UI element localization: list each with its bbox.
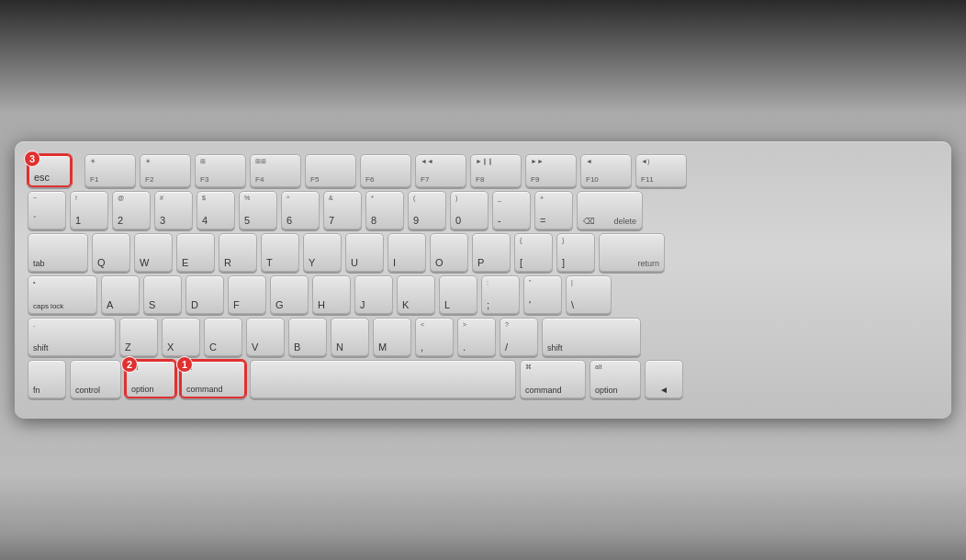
slash-key[interactable]: ? / [500,318,538,356]
option-right-key[interactable]: alt option [590,360,641,398]
i-key[interactable]: I [388,233,426,272]
f1-key[interactable]: ☀ F1 [84,154,136,187]
f7-label: F7 [421,176,429,184]
f10-key[interactable]: ◄ F10 [580,154,632,187]
shift-left-key[interactable]: shift - [28,318,116,356]
0-label: 0 [455,216,461,226]
t-key[interactable]: T [261,233,299,272]
v-key[interactable]: V [246,318,285,356]
minus-key[interactable]: _ - [492,191,531,230]
q-label: Q [97,258,106,268]
n-key[interactable]: N [331,318,369,356]
r-key[interactable]: R [219,233,257,272]
8-key[interactable]: * 8 [365,191,404,230]
quote-key[interactable]: " ' [523,275,562,314]
dollar-label: $ [202,195,206,201]
option-left-key[interactable]: 2 alt option [125,360,176,398]
m-key[interactable]: M [373,318,411,356]
y-key[interactable]: Y [303,233,342,272]
esc-key[interactable]: 3 esc [28,154,72,187]
f-key[interactable]: F [228,275,266,314]
caps-label: caps lock [33,303,63,310]
caps-lock-key[interactable]: • caps lock [28,275,97,314]
f9-label: F9 [531,176,539,184]
arrow-left-key[interactable]: ◄ [645,360,683,398]
k-label: K [402,300,409,310]
delete-key[interactable]: ⌫ delete [577,191,643,230]
z-key[interactable]: Z [119,318,158,356]
equals-key[interactable]: + = [534,191,573,230]
semicolon-key[interactable]: : ; [481,275,520,314]
bottom-row: fn control 2 alt option 1 ⌘ command ⌘ co… [28,360,938,398]
o-key[interactable]: O [430,233,468,272]
w-label: W [140,258,149,268]
l-key[interactable]: L [439,275,477,314]
f5-label: F5 [310,176,319,184]
rbracket-key[interactable]: } ] [556,233,595,272]
v-label: V [252,342,258,353]
c-key[interactable]: C [204,318,242,356]
control-key[interactable]: control [70,360,121,398]
4-key[interactable]: $ 4 [197,191,235,230]
x-key[interactable]: X [162,318,200,356]
equals-label: = [540,216,545,226]
tilde-key[interactable]: ~ ` [28,191,66,230]
u-key[interactable]: U [345,233,384,272]
h-key[interactable]: H [312,275,351,314]
f4-key[interactable]: ⊞⊞ F4 [250,154,301,187]
n-label: N [336,342,343,353]
a-key[interactable]: A [101,275,140,314]
command-right-key[interactable]: ⌘ command [520,360,586,398]
0-key[interactable]: ) 0 [450,191,489,230]
shift-right-key[interactable]: shift [542,318,641,356]
5-key[interactable]: % 5 [239,191,277,230]
f4-icon: ⊞⊞ [255,158,266,164]
f6-key[interactable]: F6 [360,154,411,187]
q-key[interactable]: Q [92,233,130,272]
delete-label: delete [613,217,636,226]
percent-label: % [244,195,250,201]
fn-key[interactable]: fn [28,360,66,398]
k-key[interactable]: K [397,275,435,314]
delete-icon: ⌫ [583,217,595,226]
qwerty-row: tab Q W E R T Y U I O P { [ } ] return [28,233,938,272]
option-left-label: option [131,386,154,394]
f2-key[interactable]: ☀ F2 [140,154,191,187]
d-key[interactable]: D [185,275,224,314]
backslash-key[interactable]: | \ [566,275,612,314]
f3-key[interactable]: ⊞ F3 [195,154,246,187]
lbracket-key[interactable]: { [ [514,233,553,272]
comma-label: , [421,342,423,353]
7-key[interactable]: & 7 [323,191,362,230]
rparen-label: ) [455,195,457,201]
comma-key[interactable]: < , [415,318,454,356]
command-left-key[interactable]: 1 ⌘ command [180,360,246,398]
period-key[interactable]: > . [457,318,496,356]
hash-label: # [160,195,163,201]
b-key[interactable]: B [288,318,327,356]
w-key[interactable]: W [134,233,173,272]
f5-key[interactable]: F5 [305,154,356,187]
return-key[interactable]: return [599,233,665,272]
p-key[interactable]: P [472,233,511,272]
arrow-left-icon: ◄ [650,385,678,395]
f11-key[interactable]: ◄) F11 [635,154,687,187]
9-key[interactable]: ( 9 [408,191,446,230]
tab-key[interactable]: tab [28,233,88,272]
1-key[interactable]: ! 1 [70,191,108,230]
6-key[interactable]: ^ 6 [281,191,320,230]
6-label: 6 [286,216,292,226]
p-label: P [477,258,484,268]
f8-key[interactable]: ►❙❙ F8 [470,154,522,187]
e-key[interactable]: E [176,233,215,272]
2-key[interactable]: @ 2 [112,191,151,230]
f7-key[interactable]: ◄◄ F7 [415,154,466,187]
f9-key[interactable]: ►► F9 [525,154,577,187]
j-key[interactable]: J [354,275,393,314]
g-key[interactable]: G [270,275,309,314]
dquote-label: " [529,279,532,286]
s-key[interactable]: S [143,275,182,314]
f2-label: F2 [145,176,153,184]
spacebar-key[interactable] [250,360,516,398]
3-key[interactable]: # 3 [154,191,193,230]
